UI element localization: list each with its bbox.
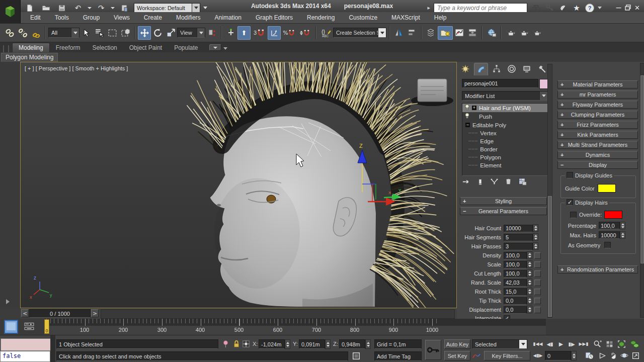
tab-create[interactable] (459, 63, 472, 75)
percentage-field[interactable]: 100,0 (599, 222, 620, 229)
hair-segments-field[interactable]: 5 (504, 234, 533, 241)
redo-flyout-arrow[interactable] (111, 7, 115, 9)
set-keys-key-icon[interactable] (425, 340, 441, 360)
rollout-styling[interactable]: +Styling (460, 197, 547, 205)
align-icon[interactable] (406, 26, 419, 40)
stack-row-push[interactable]: Push (462, 112, 548, 121)
orbit-icon[interactable] (619, 351, 630, 360)
go-to-end-button[interactable]: ▶▶▮ (578, 339, 589, 348)
help-flyout-arrow[interactable] (598, 7, 602, 9)
next-frame-button[interactable]: > (91, 309, 99, 317)
y-coord-field[interactable]: 0,091m (299, 339, 325, 349)
root-thick-spinner[interactable] (527, 288, 532, 295)
rand-scale-spinner[interactable] (527, 279, 532, 286)
stack-row-border[interactable]: ┈┈┈Border (462, 145, 548, 153)
go-to-start-button[interactable]: ▮◀◀ (532, 339, 543, 348)
rollout-material-parameters[interactable]: +Material Parameters (557, 80, 638, 88)
pin-stack-icon[interactable] (462, 177, 470, 187)
tab-utilities[interactable] (535, 63, 548, 75)
window-crossing-icon[interactable] (119, 26, 132, 40)
y-coord-spinner[interactable] (325, 339, 331, 349)
stack-row-editable-poly[interactable]: − Editable Poly (462, 121, 548, 129)
render-production-icon[interactable] (517, 26, 530, 40)
stack-row-element[interactable]: ┈┈┈Element (462, 161, 548, 169)
menu-group[interactable]: Group (76, 12, 107, 23)
ribbon-drag-handle[interactable] (3, 45, 9, 52)
restore-button[interactable] (625, 5, 631, 12)
tab-display[interactable] (520, 63, 533, 75)
maxscript-listener-field[interactable]: false (0, 351, 50, 362)
density-map-button[interactable] (534, 252, 541, 259)
viewport-layout-tab[interactable] (4, 320, 18, 334)
mirror-icon[interactable] (392, 26, 406, 40)
key-mode-dropdown[interactable]: Selected (472, 339, 527, 349)
tab-object-paint[interactable]: Object Paint (123, 43, 168, 52)
tab-selection[interactable]: Selection (86, 43, 123, 52)
menu-maxscript[interactable]: MAXScript (384, 12, 427, 23)
bulb-icon[interactable] (464, 104, 470, 112)
menu-edit[interactable]: Edit (23, 12, 48, 23)
make-unique-icon[interactable] (490, 177, 499, 187)
max-hairs-field[interactable]: 10000 (599, 231, 620, 239)
help-icon[interactable]: ? (585, 4, 594, 13)
zoom-all-icon[interactable] (604, 339, 615, 348)
object-name-field[interactable]: personaje001 (462, 79, 538, 88)
rollout-kink-parameters[interactable]: +Kink Parameters (557, 131, 638, 139)
display-guides-checkbox[interactable] (567, 172, 573, 178)
cut-length-map-button[interactable] (534, 270, 541, 277)
angle-snap-icon[interactable] (268, 26, 281, 40)
tab-freeform[interactable]: Freeform (50, 43, 87, 52)
selection-lock-icon[interactable] (232, 340, 240, 349)
snaps-toggle-icon[interactable]: ⬆ (237, 26, 251, 40)
expand-plus-icon[interactable]: + (472, 106, 476, 110)
x-coord-spinner[interactable] (285, 339, 290, 349)
right-scrollbar[interactable] (640, 63, 644, 318)
menu-animation[interactable]: Animation (208, 12, 249, 23)
default-tangent-icon[interactable] (472, 351, 481, 361)
pan-view-icon[interactable] (608, 351, 619, 360)
rollout-randomization-parameters[interactable]: +Randomization Parameters (557, 265, 638, 274)
time-slider[interactable]: 0 (44, 319, 49, 334)
unlink-selection-icon[interactable] (16, 26, 29, 40)
rand-scale-map-button[interactable] (534, 280, 541, 286)
render-setup-icon[interactable] (485, 26, 498, 40)
selection-filter-dropdown[interactable]: All (48, 28, 79, 38)
tip-thick-spinner[interactable] (527, 297, 532, 304)
root-thick-field[interactable]: 15,0 (504, 288, 527, 296)
workspace-flyout-arrow[interactable] (203, 7, 207, 9)
mini-curve-editor-icon[interactable] (24, 321, 34, 332)
rollout-mr-parameters[interactable]: +mr Parameters (557, 90, 638, 99)
scale-map-button[interactable] (534, 261, 541, 268)
rollout-flyaway-parameters[interactable]: +Flyaway Parameters (557, 101, 638, 109)
app-menu-button[interactable] (0, 0, 21, 23)
manage-layers-icon[interactable] (425, 26, 438, 40)
x-coord-field[interactable]: -1,024m (259, 339, 285, 349)
configure-modifier-sets-icon[interactable] (518, 177, 527, 187)
reference-coordinate-dropdown[interactable]: View (177, 28, 205, 38)
current-frame-field[interactable]: 0 (545, 351, 571, 360)
cut-length-field[interactable]: 100,0 (504, 270, 527, 278)
zoom-extents-icon[interactable] (616, 339, 627, 348)
remove-modifier-icon[interactable] (505, 177, 512, 187)
time-configuration-icon[interactable] (584, 351, 595, 360)
rand-scale-field[interactable]: 42,03 (504, 279, 527, 287)
current-frame-spinner[interactable] (571, 351, 577, 360)
prompt-window-icon[interactable] (352, 352, 360, 361)
maxscript-macro-field[interactable] (1, 338, 51, 351)
time-ruler[interactable]: 100 200 300 400 500 600 700 800 900 1000… (44, 319, 546, 335)
listener-splitter[interactable] (50, 335, 55, 362)
hair-count-field[interactable]: 10000 (504, 225, 533, 232)
select-and-move-icon[interactable] (138, 26, 151, 40)
rollout-frizz-parameters[interactable]: +Frizz Parameters (557, 121, 638, 129)
track-bar-strip[interactable] (101, 309, 455, 319)
zoom-viewport-icon[interactable] (592, 339, 603, 348)
menu-rendering[interactable]: Rendering (300, 12, 342, 23)
key-mode-toggle-icon[interactable]: ◀▮▶ (532, 351, 543, 360)
hair-segments-spinner[interactable] (533, 233, 538, 241)
select-and-rotate-icon[interactable] (151, 26, 164, 40)
tab-motion[interactable] (505, 63, 518, 75)
add-time-tag[interactable]: Add Time Tag (374, 351, 422, 361)
named-selection-set-dropdown[interactable]: Create Selection Set (333, 28, 386, 38)
menu-help[interactable]: Help (427, 12, 454, 23)
ribbon-toggle-icon[interactable] (438, 26, 453, 40)
